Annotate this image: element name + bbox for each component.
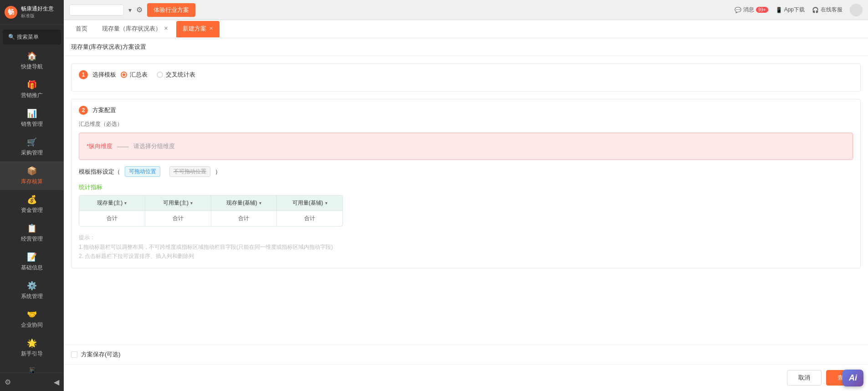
indicator-settings: 模板指标设定（ 可拖动位置 不可拖动位置 ） [79, 166, 853, 177]
star-icon: 🌟 [27, 338, 37, 348]
download-icon: 📱 [776, 7, 782, 13]
handshake-icon: 🤝 [27, 309, 37, 319]
step2-title: 方案配置 [92, 106, 116, 114]
sidebar-item-system[interactable]: ⚙️ 系统管理 [0, 276, 64, 305]
radio-cross[interactable]: 交叉统计表 [157, 71, 195, 79]
dimension-placeholder: 请选择分组维度 [133, 142, 175, 150]
search-icon: 🔍 [8, 34, 15, 40]
dimension-separator: —— [117, 143, 129, 150]
online-service-btn[interactable]: 🎧 在线客服 [812, 6, 842, 14]
stat-table: 现存量(主) ▾ 可用量(主) ▾ 现存量(基辅) ▾ 可用量(基辅) [79, 195, 343, 226]
panel-header: 现存量(库存状况表)方案设置 [64, 38, 868, 56]
stat-cell-4: 合计 [277, 211, 342, 226]
stat-cell-2: 合计 [145, 211, 211, 226]
money-icon: 💰 [27, 195, 37, 205]
topbar-dropdown-btn[interactable]: ▾ [128, 6, 132, 14]
sidebar-item-marketing[interactable]: 🎁 营销推广 [0, 75, 64, 104]
stat-col-header-3[interactable]: 现存量(基辅) ▾ [211, 196, 277, 211]
cancel-button[interactable]: 取消 [787, 370, 822, 386]
sidebar-item-label: 资金管理 [21, 206, 43, 214]
tips-item-1: 1.拖动标题栏可以调整布局，不可跨维度或指标区域拖动栏目字段(只能在同一维度或指… [79, 243, 853, 251]
sidebar-item-enterprise[interactable]: 🤝 企业协同 [0, 305, 64, 334]
sidebar-logo: 畅 畅康通好生意 标准版 [0, 0, 64, 25]
box-icon: 📦 [27, 166, 37, 176]
footer-bar: 取消 查询 [64, 364, 868, 391]
sidebar-item-label: 经营管理 [21, 235, 43, 243]
sidebar-item-label: 基础信息 [21, 264, 43, 272]
panel-body: 1 选择模板 汇总表 交叉统计表 [64, 56, 868, 345]
sidebar-item-label: 营销推广 [21, 92, 43, 99]
sidebar-item-app-center[interactable]: 📱 应用中心 [0, 362, 64, 373]
sidebar-item-basic-info[interactable]: 📝 基础信息 [0, 247, 64, 276]
tab-new-plan[interactable]: 新建方案 ✕ [176, 21, 220, 37]
logo-text: 畅康通好生意 标准版 [21, 5, 54, 19]
sidebar-item-purchase[interactable]: 🛒 采购管理 [0, 133, 64, 161]
chevron-down-icon-1: ▾ [124, 201, 127, 206]
tab-active-close-icon[interactable]: ✕ [209, 26, 213, 31]
step2-badge: 2 [79, 106, 88, 115]
sidebar-item-newbie[interactable]: 🌟 新手引导 [0, 334, 64, 362]
sidebar-item-sales[interactable]: 📊 销售管理 [0, 104, 64, 133]
sidebar-item-quick-nav[interactable]: 🏠 快捷导航 [0, 46, 64, 75]
topbar-right: 💬 消息 99+ 📱 App下载 🎧 在线客服 [735, 4, 863, 16]
avatar[interactable] [850, 4, 863, 16]
tab-label: 首页 [76, 25, 87, 33]
non-draggable-tag: 不可拖动位置 [169, 166, 210, 177]
mobile-icon: 📱 [27, 367, 37, 373]
topbar: ▾ ⚙ 体验行业方案 💬 消息 99+ 📱 App下载 🎧 在线客服 [64, 0, 868, 20]
radio-dot-cross [157, 72, 163, 78]
sidebar-item-inventory[interactable]: 📦 库存核算 [0, 161, 64, 190]
app-download-btn[interactable]: 📱 App下载 [776, 6, 805, 14]
content-area: 现存量(库存状况表)方案设置 1 选择模板 汇总表 [64, 38, 868, 391]
topbar-search-input[interactable] [69, 5, 124, 15]
headset-icon: 🎧 [812, 7, 819, 13]
sidebar-item-label: 采购管理 [21, 149, 43, 157]
sidebar-item-label: 系统管理 [21, 293, 43, 300]
topbar-gear-icon[interactable]: ⚙ [136, 5, 143, 14]
stat-col-header-2[interactable]: 可用量(主) ▾ [145, 196, 211, 211]
chart-icon: 📊 [27, 108, 37, 118]
message-badge: 99+ [756, 7, 768, 13]
stat-col-header-4[interactable]: 可用量(基辅) ▾ [277, 196, 342, 211]
sidebar-item-operations[interactable]: 📋 经营管理 [0, 219, 64, 247]
indicator-settings-label: 模板指标设定（ 可拖动位置 不可拖动位置 ） [79, 166, 853, 177]
chevron-down-icon-2: ▾ [190, 201, 193, 206]
settings-footer-btn[interactable]: ⚙ [5, 378, 11, 386]
stat-table-header: 现存量(主) ▾ 可用量(主) ▾ 现存量(基辅) ▾ 可用量(基辅) [79, 196, 342, 211]
dimension-selection-box[interactable]: *纵向维度 —— 请选择分组维度 [79, 133, 853, 160]
tab-close-icon[interactable]: ✕ [164, 26, 168, 31]
tab-label: 新建方案 [183, 25, 206, 33]
doc-icon: 📝 [27, 252, 37, 262]
sidebar: 畅 畅康通好生意 标准版 🔍 搜索菜单 🏠 快捷导航 🎁 营销推广 📊 销售管理… [0, 0, 64, 391]
stat-table-row: 合计 合计 合计 合计 [79, 211, 342, 226]
radio-summary[interactable]: 汇总表 [121, 71, 148, 79]
gear-icon: ⚙️ [27, 281, 37, 291]
save-option-label: 方案保存(可选) [81, 350, 121, 359]
step1-section: 1 选择模板 汇总表 交叉统计表 [71, 63, 861, 92]
tips-item-2: 2. 点击标题栏下拉可设置排序、插入列和删除列 [79, 252, 853, 260]
sidebar-item-finance[interactable]: 💰 资金管理 [0, 190, 64, 219]
tab-label: 现存量（库存状况表） [102, 25, 161, 33]
sidebar-search-menu[interactable]: 🔍 搜索菜单 [3, 30, 61, 45]
gift-icon: 🎁 [27, 80, 37, 90]
message-btn[interactable]: 💬 消息 99+ [735, 6, 768, 14]
sidebar-item-label: 新手引导 [21, 350, 43, 358]
required-label: 汇总维度（必选） [79, 120, 853, 128]
tips-section: 提示： 1.拖动标题栏可以调整布局，不可跨维度或指标区域拖动栏目字段(只能在同一… [79, 234, 853, 260]
template-radio-group: 汇总表 交叉统计表 [121, 71, 195, 79]
sidebar-item-label: 企业协同 [21, 321, 43, 329]
page-title: 现存量(库存状况表)方案设置 [71, 43, 146, 50]
radio-dot-summary [121, 72, 127, 78]
ai-badge[interactable]: Ai [842, 370, 863, 386]
chevron-down-icon-4: ▾ [325, 201, 327, 206]
trial-btn[interactable]: 体验行业方案 [147, 3, 195, 17]
logo-icon: 畅 [5, 6, 17, 19]
stat-col-header-1[interactable]: 现存量(主) ▾ [79, 196, 145, 211]
tips-title: 提示： [79, 234, 853, 242]
tab-inventory-status[interactable]: 现存量（库存状况表） ✕ [96, 21, 174, 37]
sidebar-footer: ⚙ ◀ [0, 373, 64, 391]
save-checkbox[interactable] [71, 351, 77, 358]
sidebar-nav: 🔍 搜索菜单 🏠 快捷导航 🎁 营销推广 📊 销售管理 🛒 采购管理 📦 库存核… [0, 25, 64, 373]
collapse-footer-btn[interactable]: ◀ [54, 378, 59, 386]
tab-home[interactable]: 首页 [69, 21, 94, 37]
